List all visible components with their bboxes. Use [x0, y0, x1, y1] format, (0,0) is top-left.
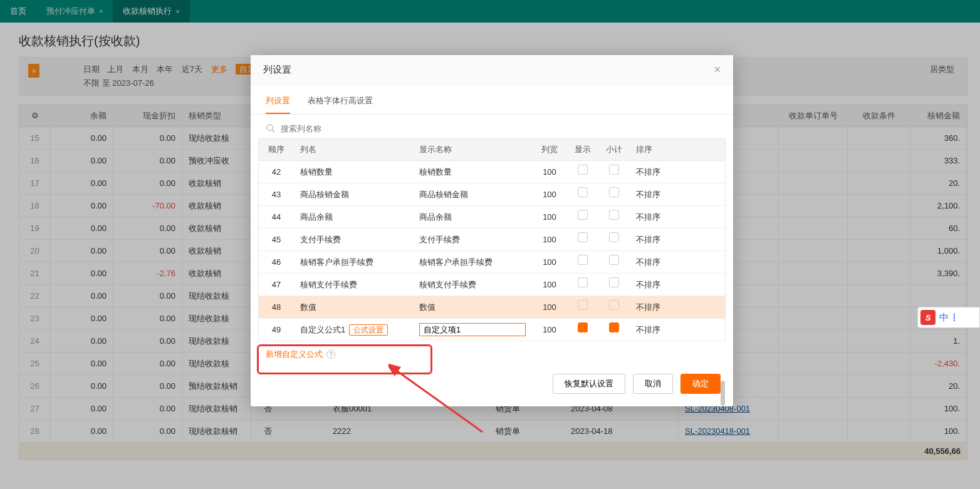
search-icon — [266, 123, 276, 133]
ime-logo-icon: S — [920, 310, 936, 325]
cfg-row[interactable]: 43 商品核销金额 商品核销金额 100 不排序 — [259, 183, 725, 206]
subtotal-checkbox[interactable] — [609, 210, 619, 220]
cfg-row[interactable]: 44 商品余额 商品余额 100 不排序 — [259, 206, 725, 229]
ime-mode-text: 中 — [939, 312, 949, 324]
show-checkbox[interactable] — [578, 300, 588, 310]
cfg-col-order: 顺序 — [259, 138, 294, 161]
cfg-col-sort: 排序 — [630, 138, 725, 161]
add-custom-formula-link[interactable]: 新增自定义公式? — [251, 341, 350, 368]
ime-menu-icon[interactable]: ⁞ — [952, 314, 956, 321]
cfg-row[interactable]: 47 核销支付手续费 核销支付手续费 100 不排序 — [259, 274, 725, 296]
cfg-row[interactable]: 46 核销客户承担手续费 核销客户承担手续费 100 不排序 — [259, 251, 725, 274]
subtotal-checkbox[interactable] — [609, 187, 619, 197]
show-checkbox[interactable] — [578, 277, 588, 287]
show-checkbox[interactable] — [578, 232, 588, 242]
display-name-input[interactable] — [419, 323, 526, 336]
subtotal-checkbox[interactable] — [609, 232, 619, 242]
show-checkbox[interactable] — [578, 187, 588, 197]
scrollbar-thumb[interactable] — [721, 381, 725, 406]
cfg-row[interactable]: 45 支付手续费 支付手续费 100 不排序 — [259, 229, 725, 251]
column-settings-modal: 列设置 × 列设置 表格字体行高设置 顺序 列名 显示名称 列宽 显示 小计 排… — [251, 55, 733, 406]
show-checkbox[interactable] — [578, 210, 588, 220]
subtotal-checkbox[interactable] — [609, 322, 619, 332]
modal-title: 列设置 — [263, 64, 291, 76]
formula-settings-button[interactable]: 公式设置 — [349, 324, 388, 336]
cfg-row[interactable]: 42 核销数量 核销数量 100 不排序 — [259, 161, 725, 183]
search-column-input[interactable] — [281, 124, 718, 133]
cfg-col-subtotal: 小计 — [598, 138, 630, 161]
restore-default-button[interactable]: 恢复默认设置 — [553, 374, 625, 394]
cfg-col-name: 列名 — [294, 138, 413, 161]
cfg-row[interactable]: 49 自定义公式1公式设置 100 不排序 — [259, 319, 725, 341]
cfg-row[interactable]: 48 数值 数值 100 不排序 — [259, 296, 725, 319]
help-icon[interactable]: ? — [326, 350, 335, 359]
subtotal-checkbox[interactable] — [609, 300, 619, 310]
ok-button[interactable]: 确定 — [680, 374, 721, 394]
tab-column-settings[interactable]: 列设置 — [266, 95, 290, 114]
show-checkbox[interactable] — [578, 165, 588, 175]
cfg-col-show: 显示 — [567, 138, 598, 161]
show-checkbox[interactable] — [578, 255, 588, 265]
close-icon[interactable]: × — [714, 63, 721, 76]
svg-point-0 — [267, 125, 273, 130]
ime-indicator[interactable]: S 中 ⁞ — [917, 307, 980, 328]
cfg-col-display: 显示名称 — [413, 138, 532, 161]
tab-font-row-settings[interactable]: 表格字体行高设置 — [308, 95, 373, 114]
show-checkbox[interactable] — [578, 322, 588, 332]
cfg-col-width: 列宽 — [532, 138, 567, 161]
subtotal-checkbox[interactable] — [609, 255, 619, 265]
subtotal-checkbox[interactable] — [609, 165, 619, 175]
svg-line-1 — [272, 130, 274, 132]
cancel-button[interactable]: 取消 — [633, 374, 673, 394]
subtotal-checkbox[interactable] — [609, 277, 619, 287]
